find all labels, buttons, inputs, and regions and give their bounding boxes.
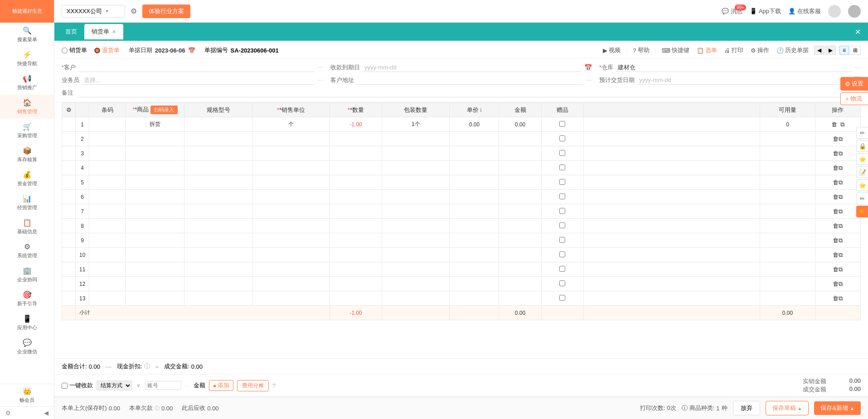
save-new-button[interactable]: 保存&新增 ▲ — [814, 401, 861, 415]
float-icon-6[interactable]: ✏ — [856, 193, 868, 204]
row-pkgqty-cell[interactable]: 1个 — [382, 117, 450, 132]
copy-row-icon[interactable]: ⧉ — [839, 150, 843, 157]
discard-button[interactable]: 放弃 — [733, 401, 760, 415]
return-order-radio[interactable]: 退货单 — [94, 46, 120, 54]
row-spec-cell[interactable] — [184, 117, 252, 132]
one-click-checkbox-input[interactable] — [62, 383, 68, 389]
gift-checkbox[interactable] — [559, 237, 565, 243]
operate-button[interactable]: ⚙ 操作 — [749, 45, 771, 55]
settings-gear-icon[interactable]: ⚙ — [131, 7, 137, 15]
sidebar-item-shortcut[interactable]: ⚡ 快捷导航 — [0, 47, 54, 71]
delete-row-icon[interactable]: 🗑 — [833, 193, 839, 200]
delete-row-icon[interactable]: 🗑 — [833, 208, 839, 215]
history-button[interactable]: 🕐 历史单据 — [775, 45, 810, 55]
sidebar-item-inventory[interactable]: 📦 库存核算 — [0, 143, 54, 167]
payment-method-select[interactable]: 结算方式 — [97, 380, 132, 390]
scan-button[interactable]: 扫码录入 — [150, 106, 178, 114]
message-button[interactable]: 💬 消息 99+ — [722, 7, 742, 15]
help-button[interactable]: ? 帮助 — [631, 45, 651, 55]
float-icon-2[interactable]: 🔒 — [856, 140, 868, 152]
sale-radio-input[interactable] — [62, 48, 68, 53]
method-more-icon[interactable]: ▼ — [136, 382, 141, 389]
user-avatar2[interactable] — [848, 5, 861, 18]
sidebar-settings-icon[interactable]: ⚙ — [5, 409, 11, 416]
return-radio-input[interactable] — [94, 48, 100, 53]
prev-page-button[interactable]: ◀ — [814, 46, 824, 55]
copy-row-icon[interactable]: ⧉ — [839, 295, 843, 302]
row-qty-cell[interactable]: -1.00 — [330, 117, 382, 132]
float-icon-7[interactable]: 🔶 — [856, 206, 868, 217]
sidebar-item-operations[interactable]: 📊 经营管理 — [0, 191, 54, 215]
row-unit-cell[interactable]: 个 — [252, 117, 330, 132]
delete-row-icon[interactable]: 🗑 — [833, 222, 839, 229]
gift-checkbox[interactable] — [559, 295, 565, 301]
copy-row-icon[interactable]: ⧉ — [839, 135, 843, 142]
copy-row-icon[interactable]: ⧉ — [840, 121, 844, 128]
delete-row-icon[interactable]: 🗑 — [833, 179, 839, 186]
salesperson-more-icon[interactable]: ··· — [317, 76, 323, 84]
shortcut-button[interactable]: ⌨ 快捷键 — [660, 45, 691, 55]
sidebar-item-marketing[interactable]: 📢 营销推广 — [0, 71, 54, 95]
float-icon-5[interactable]: ⭐ — [856, 179, 868, 191]
gift-checkbox[interactable] — [559, 222, 565, 228]
add-payment-button[interactable]: ● 添加 — [209, 380, 233, 391]
sidebar-item-appstore[interactable]: 📱 应用中心 — [0, 311, 54, 335]
tab-close-icon[interactable]: ✕ — [112, 29, 116, 35]
copy-row-icon[interactable]: ⧉ — [839, 280, 843, 287]
copy-row-icon[interactable]: ⧉ — [839, 222, 843, 229]
expected-date-input[interactable] — [637, 76, 850, 85]
sidebar-item-search[interactable]: 🔍 搜索菜单 — [0, 23, 54, 47]
trial-button[interactable]: 体验行业方案 — [142, 5, 190, 18]
row-amount-cell[interactable]: 0.00 — [499, 117, 541, 132]
float-icon-4[interactable]: 📝 — [856, 166, 868, 178]
tab-home[interactable]: 首页 — [58, 24, 84, 39]
fee-split-button[interactable]: 费用分摊 — [237, 380, 269, 391]
delete-row-icon[interactable]: 🗑 — [833, 280, 839, 287]
close-all-tabs-button[interactable]: ✕ — [851, 26, 864, 38]
gift-checkbox[interactable] — [559, 121, 565, 127]
due-date-calendar-icon[interactable]: 📅 — [584, 64, 592, 71]
delete-row-icon[interactable]: 🗑 — [833, 251, 839, 258]
customer-more-icon[interactable]: ··· — [317, 63, 323, 72]
gift-checkbox[interactable] — [559, 251, 565, 257]
sidebar-item-finance[interactable]: 💰 资金管理 — [0, 167, 54, 191]
list-view-button[interactable]: ≡ — [839, 46, 849, 55]
sidebar-item-guide[interactable]: 🎯 新手引导 — [0, 287, 54, 311]
one-click-pay-checkbox[interactable]: 一键收款 — [62, 381, 93, 390]
payment-help-icon[interactable]: ? — [272, 382, 276, 389]
row-barcode-cell[interactable] — [89, 117, 126, 132]
gift-checkbox[interactable] — [559, 164, 565, 170]
sale-order-radio[interactable]: 销货单 — [62, 46, 87, 54]
sidebar-item-basic[interactable]: 📋 基础信息 — [0, 215, 54, 239]
float-icon-3[interactable]: ⭐ — [856, 153, 868, 165]
calendar-icon[interactable]: 📅 — [188, 47, 195, 54]
due-date-input[interactable] — [363, 63, 582, 72]
settings-float-button[interactable]: ⚙ 设置 — [840, 77, 868, 91]
delete-row-icon[interactable]: 🗑 — [833, 150, 839, 157]
app-download-button[interactable]: 📱 App下载 — [750, 7, 781, 15]
company-selector[interactable]: XXXXXX公司 ▼ — [62, 5, 125, 18]
gift-checkbox[interactable] — [559, 208, 565, 214]
gift-checkbox[interactable] — [559, 280, 565, 286]
delete-row-icon[interactable]: 🗑 — [833, 164, 839, 171]
customer-input[interactable] — [78, 63, 315, 72]
delete-row-icon[interactable]: 🗑 — [833, 135, 839, 142]
video-button[interactable]: ▶ 视频 — [601, 45, 622, 55]
sidebar-item-member[interactable]: 👑 畅会员 — [0, 384, 54, 406]
copy-row-icon[interactable]: ⧉ — [839, 266, 843, 273]
delete-row-icon[interactable]: 🗑 — [833, 266, 839, 273]
delete-row-icon[interactable]: 🗑 — [831, 121, 837, 128]
copy-row-icon[interactable]: ⧉ — [839, 193, 843, 200]
col-settings[interactable]: ⚙ — [62, 103, 76, 117]
online-service-button[interactable]: 👤 在线客服 — [788, 7, 821, 15]
row-price-cell[interactable]: 0.00 — [450, 117, 499, 132]
customer-addr-input[interactable] — [357, 76, 583, 85]
sidebar-item-system[interactable]: ⚙ 系统管理 — [0, 239, 54, 263]
sidebar-collapse-icon[interactable]: ◀ — [44, 409, 48, 416]
copy-row-icon[interactable]: ⧉ — [839, 208, 843, 215]
sidebar-item-enterprise[interactable]: 🏢 企业协同 — [0, 263, 54, 287]
warehouse-input[interactable] — [616, 63, 852, 72]
account-more-icon[interactable]: ··· — [185, 382, 190, 389]
gift-checkbox[interactable] — [559, 135, 565, 141]
logistics-float-button[interactable]: + 物流 — [840, 92, 868, 105]
